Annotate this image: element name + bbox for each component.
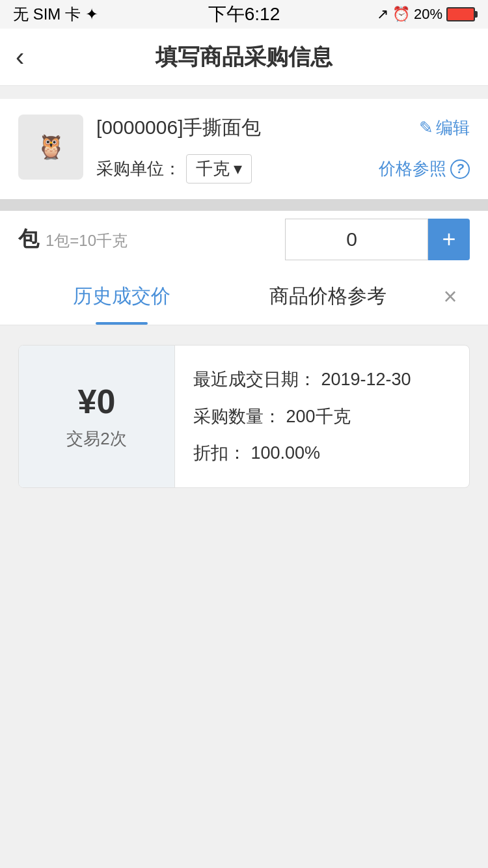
status-time: 下午6:12 bbox=[208, 2, 280, 27]
discount-value: 100.00% bbox=[251, 443, 321, 463]
price-ref-label: 价格参照 bbox=[379, 157, 446, 180]
tab-close-button[interactable]: × bbox=[431, 277, 470, 316]
price-ref-button[interactable]: 价格参照 ? bbox=[379, 157, 470, 180]
battery-icon bbox=[446, 7, 475, 21]
unit-select[interactable]: 千克 ▾ bbox=[186, 154, 252, 183]
product-card: 🦉 [0000006]手撕面包 ✎ 编辑 采购单位： 千克 ▾ 价格参照 ? bbox=[0, 99, 488, 199]
location-icon: ↗ bbox=[377, 6, 388, 23]
main-content: ¥0 交易2次 最近成交日期： 2019-12-30 采购数量： 200千克 折… bbox=[0, 325, 488, 781]
tab-underline bbox=[96, 322, 148, 325]
header: ‹ 填写商品采购信息 bbox=[0, 29, 488, 86]
tab-product-price[interactable]: 商品价格参考 bbox=[224, 268, 431, 325]
quantity-unit: 包 bbox=[18, 225, 39, 254]
history-right-panel: 最近成交日期： 2019-12-30 采购数量： 200千克 折扣： 100.0… bbox=[175, 346, 469, 487]
unit-label: 采购单位： 千克 ▾ bbox=[96, 154, 252, 183]
unit-value: 千克 bbox=[196, 157, 230, 180]
purchase-qty-label: 采购数量： bbox=[193, 407, 281, 426]
product-unit-row: 采购单位： 千克 ▾ 价格参照 ? bbox=[96, 154, 470, 183]
section-divider bbox=[0, 199, 488, 211]
product-name: [0000006]手撕面包 bbox=[96, 115, 261, 141]
recent-date-label: 最近成交日期： bbox=[193, 370, 316, 389]
unit-label-text: 采购单位： bbox=[96, 157, 181, 180]
quantity-label: 包 1包=10千克 bbox=[18, 225, 128, 254]
quantity-row: 包 1包=10千克 + bbox=[0, 211, 488, 268]
page-title: 填写商品采购信息 bbox=[156, 42, 332, 72]
product-image: 🦉 bbox=[18, 115, 83, 180]
edit-label: 编辑 bbox=[436, 116, 470, 139]
recent-date-value: 2019-12-30 bbox=[321, 370, 411, 389]
quantity-input[interactable] bbox=[285, 219, 428, 260]
status-bar: 无 SIM 卡 ✦ 下午6:12 ↗ ⏰ 20% bbox=[0, 0, 488, 29]
product-logo: 🦉 bbox=[36, 133, 66, 161]
edit-button[interactable]: ✎ 编辑 bbox=[419, 116, 470, 139]
discount-label: 折扣： bbox=[193, 443, 246, 463]
dropdown-icon: ▾ bbox=[234, 159, 242, 179]
alarm-icon: ⏰ bbox=[392, 6, 410, 23]
back-button[interactable]: ‹ bbox=[16, 42, 24, 72]
question-icon: ? bbox=[450, 159, 470, 179]
status-right: ↗ ⏰ 20% bbox=[377, 6, 475, 23]
trade-count: 交易2次 bbox=[66, 427, 126, 450]
recent-date-row: 最近成交日期： 2019-12-30 bbox=[193, 366, 451, 393]
purchase-qty-value: 200千克 bbox=[286, 407, 351, 426]
history-card: ¥0 交易2次 最近成交日期： 2019-12-30 采购数量： 200千克 折… bbox=[18, 345, 470, 488]
purchase-qty-row: 采购数量： 200千克 bbox=[193, 403, 451, 430]
tab-history-price[interactable]: 历史成交价 bbox=[18, 268, 224, 325]
product-info: [0000006]手撕面包 ✎ 编辑 采购单位： 千克 ▾ 价格参照 ? bbox=[96, 115, 470, 183]
edit-icon: ✎ bbox=[419, 118, 433, 138]
quantity-input-group: + bbox=[285, 219, 470, 260]
battery-percent: 20% bbox=[414, 6, 442, 23]
product-title-row: [0000006]手撕面包 ✎ 编辑 bbox=[96, 115, 470, 141]
tabs-bar: 历史成交价 商品价格参考 × bbox=[0, 268, 488, 325]
tab-history-label: 历史成交价 bbox=[73, 283, 170, 310]
discount-row: 折扣： 100.00% bbox=[193, 440, 451, 467]
quantity-plus-button[interactable]: + bbox=[428, 219, 470, 260]
tab-product-label: 商品价格参考 bbox=[269, 283, 386, 310]
history-price: ¥0 bbox=[78, 382, 116, 421]
status-left: 无 SIM 卡 ✦ bbox=[13, 4, 98, 25]
signal-text: 无 SIM 卡 ✦ bbox=[13, 4, 98, 25]
quantity-ratio: 1包=10千克 bbox=[46, 230, 128, 251]
history-left-panel: ¥0 交易2次 bbox=[19, 346, 175, 487]
